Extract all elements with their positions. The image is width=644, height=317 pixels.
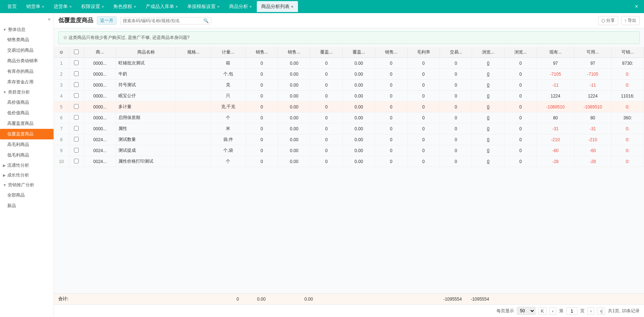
row-browse1[interactable]: 0: [472, 123, 504, 134]
nav-item-product-entry[interactable]: 产成品入库单 ×: [141, 1, 182, 12]
time-filter-button[interactable]: 近一月: [97, 16, 117, 25]
table-container[interactable]: ⚙ 商... 商品名称 规格... 计量... 销售... 销售... 覆盖..…: [54, 47, 644, 293]
row-browse1[interactable]: 0: [472, 134, 504, 145]
row-code: 0024...: [84, 134, 116, 145]
row-checkbox[interactable]: [69, 145, 84, 156]
nav-close-analysis[interactable]: ×: [250, 4, 252, 9]
row-browse1[interactable]: 0: [472, 145, 504, 156]
sidebar-item-low-value[interactable]: 低价值商品: [0, 108, 54, 118]
nav-item-purchase[interactable]: 进货单 ×: [49, 1, 76, 12]
sidebar-section-marketing[interactable]: ▼ 营销推广分析: [0, 180, 54, 190]
table-checkbox-header[interactable]: [69, 47, 84, 58]
row-browse1[interactable]: 0: [472, 112, 504, 123]
last-page-button[interactable]: ›|: [597, 307, 605, 315]
row-browse1[interactable]: 0: [472, 102, 504, 112]
sidebar-item-traded-goods[interactable]: 交易过的商品: [0, 45, 54, 56]
nav-label-permissions: 权限设置: [81, 3, 100, 10]
row-browse1[interactable]: 0: [472, 69, 504, 80]
row-browse1[interactable]: 0: [472, 58, 504, 69]
sidebar-section-cluster[interactable]: ▼ 类群度分析: [0, 87, 54, 97]
sidebar-item-high-value[interactable]: 高价值商品: [0, 97, 54, 108]
nav-close-product-entry[interactable]: ×: [176, 4, 178, 9]
sidebar-collapse-button[interactable]: «: [48, 16, 51, 22]
sidebar-item-low-coverage[interactable]: 低覆盖度商品: [0, 129, 54, 139]
row-checkbox[interactable]: [69, 80, 84, 91]
close-all-button[interactable]: ×: [632, 3, 641, 10]
nav-item-template[interactable]: 单据模板设置 ×: [183, 1, 224, 12]
nav-item-analysis[interactable]: 商品分析 ×: [225, 1, 256, 12]
sidebar-section-circulation[interactable]: ▶ 流通性分析: [0, 161, 54, 170]
sidebar-item-high-coverage[interactable]: 高覆盖度商品: [0, 118, 54, 129]
row-browse1[interactable]: 0: [472, 156, 504, 167]
row-checkbox[interactable]: [69, 123, 84, 134]
row-sellable: 0:: [612, 102, 644, 112]
share-button[interactable]: ⬡ 分享: [598, 16, 618, 25]
sidebar-item-stocked-goods[interactable]: 有库存的商品: [0, 66, 54, 77]
th-spec: 规格...: [176, 47, 211, 58]
nav-close-template[interactable]: ×: [217, 4, 219, 9]
th-code: 商...: [84, 47, 116, 58]
search-icon[interactable]: 🔍: [203, 18, 209, 23]
sidebar-item-high-margin[interactable]: 高毛利商品: [0, 139, 54, 150]
row-available: -1089510: [574, 102, 612, 112]
row-unit: 袋,件: [211, 134, 246, 145]
sidebar-section-overview[interactable]: ▼ 整体信息: [0, 25, 54, 35]
row-checkbox[interactable]: [69, 69, 84, 80]
row-cov2: 0.00: [343, 69, 375, 80]
table-row: 9 0024... 测试提成 个,袋 0 0.00 0 0.00 0 0 0 0…: [54, 145, 644, 156]
row-sales3: 0: [375, 156, 407, 167]
row-checkbox[interactable]: [69, 58, 84, 69]
nav-close-purchase[interactable]: ×: [69, 4, 71, 9]
nav-item-permissions[interactable]: 权限设置 ×: [77, 1, 108, 12]
row-sales3: 0: [375, 123, 407, 134]
sidebar-item-category-rate[interactable]: 商品分类动销率: [0, 56, 54, 66]
row-checkbox[interactable]: [69, 102, 84, 112]
nav-item-home[interactable]: 首页: [3, 1, 21, 12]
page-number-input[interactable]: [566, 307, 577, 315]
totals-sales-amt: 0.00: [250, 297, 273, 302]
row-checkbox[interactable]: [69, 134, 84, 145]
row-trade: 0: [440, 145, 472, 156]
sidebar-item-stock-capital[interactable]: 库存资金占用: [0, 77, 54, 87]
row-checkbox[interactable]: [69, 156, 84, 167]
sidebar-section-growth[interactable]: ▶ 成长性分析: [0, 170, 54, 180]
sidebar-item-all-goods[interactable]: 全部商品: [0, 190, 54, 201]
sidebar-item-sales-goods[interactable]: 销售类商品: [0, 35, 54, 45]
section-label-cluster: 类群度分析: [8, 89, 30, 95]
row-browse1[interactable]: 0: [472, 80, 504, 91]
nav-close-role[interactable]: ×: [134, 4, 136, 9]
row-sales3: 0: [375, 69, 407, 80]
nav-close-permissions[interactable]: ×: [102, 4, 104, 9]
row-num: 2: [54, 69, 69, 80]
row-spec: [176, 102, 211, 112]
row-spec: [176, 156, 211, 167]
row-browse1[interactable]: 0: [472, 91, 504, 102]
nav-label-analysis: 商品分析: [229, 3, 248, 10]
row-cov1: 0: [310, 156, 343, 167]
row-current: -28: [537, 156, 574, 167]
row-checkbox[interactable]: [69, 91, 84, 102]
export-button[interactable]: ↑ 导出: [621, 16, 640, 25]
nav-item-role[interactable]: 角色授权 ×: [109, 1, 140, 12]
nav-item-sales[interactable]: 销货单 ×: [22, 1, 48, 12]
nav-item-analysis-list[interactable]: 商品分析列表 ×: [257, 1, 298, 12]
sidebar-item-new-goods[interactable]: 新品: [0, 201, 54, 211]
table-settings-header[interactable]: ⚙: [54, 47, 69, 58]
nav-close-sales[interactable]: ×: [42, 4, 44, 9]
select-all-checkbox[interactable]: [74, 49, 79, 54]
page-size-select[interactable]: 50 100: [517, 307, 535, 315]
first-page-button[interactable]: K: [538, 307, 547, 315]
sidebar-item-low-margin[interactable]: 低毛利商品: [0, 150, 54, 161]
nav-close-analysis-list[interactable]: ×: [291, 4, 293, 9]
row-trade: 0: [440, 123, 472, 134]
prev-page-button[interactable]: ‹: [549, 307, 556, 315]
nav-label-product-entry: 产成品入库单: [146, 3, 174, 10]
totals-cov2: 0.00: [297, 297, 321, 302]
row-sales-qty: 0: [246, 91, 278, 102]
row-checkbox[interactable]: [69, 112, 84, 123]
search-input[interactable]: [123, 18, 203, 23]
row-code: 0000...: [84, 102, 116, 112]
row-current: -7105: [537, 69, 574, 80]
row-code: 0000...: [84, 58, 116, 69]
next-page-button[interactable]: ›: [588, 307, 594, 315]
